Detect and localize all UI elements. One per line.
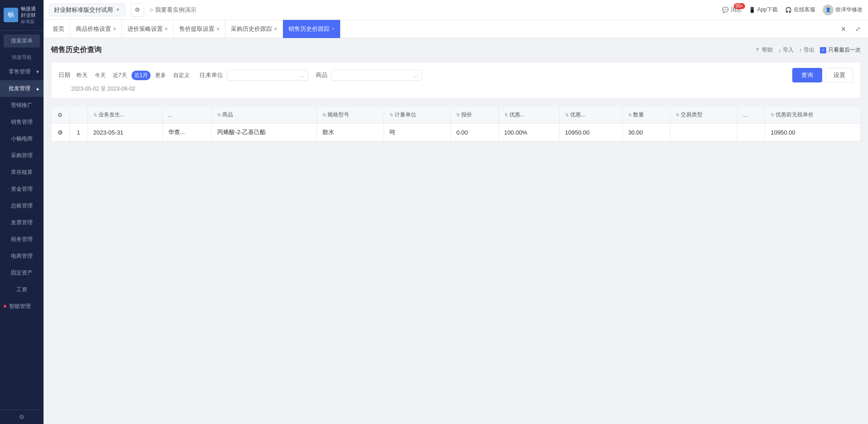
tabs-bar: 首页 商品价格设置 × 进价策略设置 × 售价提取设置 × 采购历史价跟踪 × …: [44, 20, 868, 38]
table-row[interactable]: ⚙ 1 2023-05-31 华查... 丙烯酸-2-乙基己酯 散水 吨 0.0…: [51, 124, 860, 141]
sidebar-item-inventory[interactable]: 库存核算: [0, 164, 44, 181]
sort-icon-pretax: ⇅: [770, 112, 774, 117]
sidebar-settings-button[interactable]: ⚙: [0, 410, 44, 424]
data-table-container: ⚙ ⇅ 业务发生... ...: [51, 106, 861, 142]
sidebar-item-retail[interactable]: 零售管理 ▼: [0, 63, 44, 80]
tab-close-price-extract[interactable]: ×: [216, 26, 219, 32]
th-price[interactable]: ⇅ 报价: [451, 106, 498, 124]
row-discount2: 10950.00: [559, 124, 622, 141]
th-more1[interactable]: ...: [162, 106, 212, 124]
app-logo-icon: 畅: [4, 8, 18, 22]
table-header-row: ⚙ ⇅ 业务发生... ...: [51, 106, 860, 124]
filter-bar: 日期 昨天 今天 近7天 近1月 更多 自定义 往来单位 ...: [51, 62, 861, 99]
tab-purchase-history[interactable]: 采购历史价跟踪 ×: [225, 20, 283, 38]
sort-icon-product: ⇅: [217, 112, 221, 117]
tab-close-product-price[interactable]: ×: [113, 26, 116, 32]
row-price: 0.00: [451, 124, 498, 141]
th-pretax-price[interactable]: ⇅ 优惠前无税单价: [765, 106, 860, 124]
date-option-last1m[interactable]: 近1月: [132, 71, 151, 80]
sidebar-item-tax[interactable]: 税务管理: [0, 231, 44, 248]
th-trans-type[interactable]: ⇅ 交易类型: [670, 106, 737, 124]
help-link[interactable]: ？ 帮助: [755, 46, 773, 54]
th-more2[interactable]: ...: [737, 106, 765, 124]
th-discount1[interactable]: ⇅ 优惠...: [498, 106, 559, 124]
row-product: 丙烯酸-2-乙基己酯: [212, 124, 317, 141]
export-link[interactable]: ↑ 导出: [799, 46, 814, 54]
sidebar-item-purchase[interactable]: 采购管理: [0, 147, 44, 164]
row-spec: 散水: [317, 124, 384, 141]
message-button[interactable]: 💬 消息 99+: [722, 6, 741, 14]
row-trans-type: [670, 124, 737, 141]
tab-close-pricing-strategy[interactable]: ×: [165, 26, 168, 32]
sidebar-item-marketing[interactable]: 营销推广: [0, 97, 44, 114]
sidebar-item-payroll[interactable]: 工资: [0, 281, 44, 298]
online-service-button[interactable]: 🎧 在线客服: [785, 6, 815, 14]
message-icon: 💬: [722, 7, 729, 13]
sidebar: 畅 畅捷通好业财 标准版 搜索菜单 快捷导航 零售管理 ▼ 批发管理 ▲ 营销推…: [0, 0, 44, 424]
search-menu-button[interactable]: 搜索菜单: [4, 34, 40, 48]
source-unit-filter-group: 往来单位 ...: [200, 70, 308, 81]
notification-dot: [4, 305, 6, 308]
quick-nav-label[interactable]: 快捷导航: [0, 51, 44, 63]
tab-close-window[interactable]: ✕: [837, 23, 850, 35]
demo-link[interactable]: ○ 我要看实例演示: [150, 6, 196, 14]
topbar-gear-button[interactable]: ⚙: [131, 3, 144, 17]
date-option-today[interactable]: 今天: [92, 71, 108, 80]
sidebar-item-general-ledger[interactable]: 总账管理: [0, 198, 44, 214]
tab-close-purchase-history[interactable]: ×: [274, 26, 277, 32]
date-option-custom[interactable]: 自定义: [171, 71, 192, 80]
source-unit-picker-icon[interactable]: ...: [300, 72, 304, 78]
th-biz-date[interactable]: ⇅ 业务发生...: [88, 106, 162, 124]
th-gear[interactable]: ⚙: [51, 106, 69, 124]
sidebar-item-sales[interactable]: 销售管理: [0, 114, 44, 130]
headset-icon: 🎧: [785, 7, 792, 13]
date-option-more[interactable]: 更多: [152, 71, 169, 80]
sidebar-item-wholesale[interactable]: 批发管理 ▲: [0, 80, 44, 97]
sort-icon-price: ⇅: [456, 112, 460, 117]
setting-button[interactable]: 设置: [826, 68, 853, 82]
th-discount2[interactable]: ⇅ 优惠...: [559, 106, 622, 124]
sidebar-item-ecommerce[interactable]: 电商管理: [0, 248, 44, 265]
topbar: 好业财标准版交付试用 ▼ ⚙ ○ 我要看实例演示 💬 消息 99+ 📱 App下…: [44, 0, 868, 20]
query-button[interactable]: 查询: [792, 68, 822, 82]
module-selector[interactable]: 好业财标准版交付试用 ▼: [49, 4, 125, 16]
th-spec[interactable]: ⇅ 规格型号: [317, 106, 384, 124]
row-quantity: 30.00: [622, 124, 670, 141]
date-option-last7[interactable]: 近7天: [110, 71, 130, 80]
row-unit: 吨: [384, 124, 451, 141]
tab-sales-history[interactable]: 销售历史价跟踪 ×: [283, 20, 341, 38]
last-only-checkbox-label[interactable]: ✓ 只看最后一次: [820, 46, 861, 54]
page-actions: ？ 帮助 ↓ 导入 ↑ 导出 ✓ 只看最后一次: [755, 46, 861, 54]
th-quantity[interactable]: ⇅ 数量: [622, 106, 670, 124]
last-only-checkbox[interactable]: ✓: [820, 47, 826, 53]
data-table: ⚙ ⇅ 业务发生... ...: [51, 106, 860, 141]
sidebar-item-ecommerce-small[interactable]: 小畅电商: [0, 130, 44, 147]
tab-home[interactable]: 首页: [47, 20, 70, 38]
th-product[interactable]: ⇅ 商品: [212, 106, 317, 124]
filter-date-range-display: 2023-05-02 至 2023-06-02: [59, 85, 853, 93]
date-option-yesterday[interactable]: 昨天: [74, 71, 90, 80]
th-unit[interactable]: ⇅ 计量单位: [384, 106, 451, 124]
product-picker-icon[interactable]: ...: [413, 72, 418, 78]
sidebar-item-invoice[interactable]: 发票管理: [0, 214, 44, 231]
app-download-button[interactable]: 📱 App下载: [749, 6, 778, 14]
sidebar-item-fixed-assets[interactable]: 固定资产: [0, 265, 44, 281]
topbar-right-actions: 💬 消息 99+ 📱 App下载 🎧 在线客服 👤 徐泽华修改: [722, 5, 863, 15]
row-gear[interactable]: ⚙: [51, 124, 69, 141]
user-menu-button[interactable]: 👤 徐泽华修改: [823, 5, 863, 15]
demo-icon: ○: [150, 6, 153, 13]
sidebar-item-smart[interactable]: 智能管理: [0, 298, 44, 315]
tab-product-price[interactable]: 商品价格设置 ×: [70, 20, 122, 38]
sidebar-item-finance[interactable]: 资金管理: [0, 181, 44, 198]
source-unit-input[interactable]: ...: [227, 70, 308, 81]
filter-row-1: 日期 昨天 今天 近7天 近1月 更多 自定义 往来单位 ...: [59, 68, 853, 82]
import-link[interactable]: ↓ 导入: [778, 46, 794, 54]
tab-maximize-window[interactable]: ⤢: [852, 23, 864, 35]
date-filter-group: 日期 昨天 今天 近7天 近1月 更多 自定义: [59, 71, 192, 80]
product-input[interactable]: ...: [331, 70, 422, 81]
row-more2: [737, 124, 765, 141]
tab-price-extract[interactable]: 售价提取设置 ×: [174, 20, 225, 38]
tab-close-sales-history[interactable]: ×: [332, 26, 335, 32]
tab-pricing-strategy[interactable]: 进价策略设置 ×: [122, 20, 174, 38]
download-icon: 📱: [749, 7, 756, 13]
